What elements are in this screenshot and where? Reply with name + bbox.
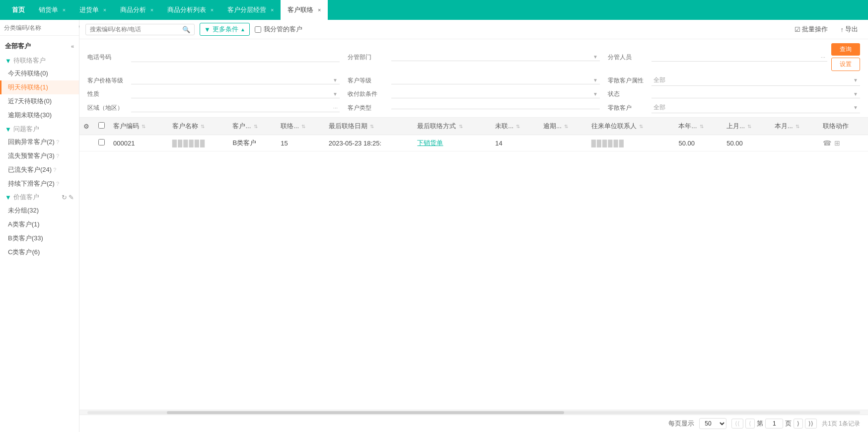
gender-select[interactable]: ▼ (131, 90, 340, 98)
contact-action-icon[interactable]: ☎ (823, 139, 831, 147)
sort-last-method-icon[interactable]: ⇅ (459, 124, 463, 129)
help-icon-0[interactable]: ? (56, 139, 59, 145)
last-page-button[interactable]: ⟩⟩ (805, 419, 817, 429)
sort-this-month-icon[interactable]: ⇅ (796, 124, 799, 129)
th-checkbox (94, 118, 109, 135)
table-row: 000021 ██████ B类客户 15 2023-05-23 18:25: (79, 135, 868, 151)
sidebar-item-churned[interactable]: 已流失客户(24) ? (0, 163, 79, 177)
customer-level-arrow-icon: ▼ (593, 77, 598, 83)
sort-uncontacted-icon[interactable]: ⇅ (516, 124, 520, 129)
sidebar-item-b-class[interactable]: B类客户(33) (0, 231, 79, 245)
nav-customer-contact[interactable]: 客户联络 × (281, 0, 328, 20)
td-overdue (539, 135, 587, 151)
close-purchase-order-icon[interactable]: × (103, 7, 106, 13)
sort-this-year-icon[interactable]: ⇅ (700, 124, 704, 129)
query-button[interactable]: 查询 (831, 43, 860, 56)
td-type: B类客户 (228, 135, 277, 151)
retail-customer-label: 零散客户 (608, 104, 648, 112)
customer-type-select[interactable] (391, 107, 600, 109)
search-input[interactable] (90, 26, 182, 33)
phone-label: 电话号码 (87, 53, 127, 62)
sidebar-item-overdue-pending[interactable]: 逾期未联络(30) (0, 108, 79, 122)
nav-home[interactable]: 首页 (5, 0, 32, 20)
table-select-all-checkbox[interactable] (98, 122, 105, 129)
sidebar-item-a-class[interactable]: A类客户(1) (0, 217, 79, 231)
first-page-button[interactable]: ⟨⟨ (731, 419, 743, 429)
sidebar-item-7days-pending[interactable]: 近7天待联络(0) (0, 94, 79, 108)
sort-unit-contact-icon[interactable]: ⇅ (639, 124, 643, 129)
nav-product-analysis[interactable]: 商品分析 × (113, 0, 160, 20)
help-icon-1[interactable]: ? (56, 153, 59, 159)
row-checkbox[interactable] (98, 139, 105, 145)
next-page-button[interactable]: ⟩ (794, 419, 803, 429)
collapse-icon[interactable]: « (71, 43, 74, 49)
close-customer-contact-icon[interactable]: × (318, 7, 321, 13)
bottom-scrollbar[interactable] (79, 410, 868, 415)
refresh-icon[interactable]: ↻ (62, 194, 67, 201)
more-action-icon[interactable]: ⊞ (834, 139, 840, 147)
close-sales-order-icon[interactable]: × (63, 7, 66, 13)
person-dots-icon[interactable]: ··· (821, 54, 825, 60)
value-section-title[interactable]: ▼ 价值客户 ↻ ✎ (0, 191, 79, 204)
sidebar-item-abnormal-repurchase[interactable]: 回购异常客户(2) ? (0, 135, 79, 149)
my-customers-label: 我分管的客户 (264, 25, 302, 34)
edit-icon[interactable]: ✎ (69, 194, 74, 201)
area-dots-icon[interactable]: ··· (333, 105, 338, 111)
nav-purchase-order[interactable]: 进货单 × (72, 0, 113, 20)
phone-input[interactable] (131, 53, 340, 62)
sidebar-search-input[interactable] (4, 24, 78, 31)
search-bar-icon[interactable]: 🔍 (182, 26, 190, 33)
sort-type-icon[interactable]: ⇅ (254, 124, 258, 129)
sort-code-icon[interactable]: ⇅ (142, 124, 145, 129)
sidebar-item-churn-warning[interactable]: 流失预警客户(3) ? (0, 149, 79, 163)
table-wrap: ⚙ 客户编码 ⇅ 客户名称 ⇅ (79, 118, 868, 410)
sort-contacts-icon[interactable]: ⇅ (301, 124, 305, 129)
sort-last-date-icon[interactable]: ⇅ (370, 124, 374, 129)
export-button[interactable]: ↑ 导出 (837, 23, 863, 35)
filter-status-row: 状态 ▼ (608, 90, 860, 98)
filter-price-level-row: 客户价格等级 ▼ (87, 75, 340, 86)
gear-icon[interactable]: ⚙ (83, 123, 89, 130)
payment-select[interactable]: ▼ (391, 90, 600, 98)
sort-overdue-icon[interactable]: ⇅ (564, 124, 568, 129)
retail-attr-select[interactable]: 全部 ▼ (651, 75, 860, 86)
close-customer-segmentation-icon[interactable]: × (271, 7, 274, 13)
help-icon-3[interactable]: ? (56, 181, 59, 187)
last-contact-method-link[interactable]: 下销货单 (417, 139, 443, 146)
sidebar-item-c-class[interactable]: C类客户(6) (0, 245, 79, 259)
close-product-analysis-icon[interactable]: × (150, 7, 153, 13)
filter-area-row: 区域（地区） ··· (87, 102, 340, 113)
person-select[interactable]: ··· (651, 53, 827, 62)
settings-button[interactable]: 设置 (831, 58, 860, 71)
nav-product-analysis-list[interactable]: 商品分析列表 × (160, 0, 220, 20)
sidebar-item-today-pending[interactable]: 今天待联络(0) (0, 67, 79, 80)
unit-contact-blurred: ██████ (591, 140, 625, 147)
close-product-analysis-list-icon[interactable]: × (211, 7, 214, 13)
all-customers-header[interactable]: 全部客户 « (0, 39, 79, 54)
sidebar-item-tomorrow-pending[interactable]: 明天待联络(1) (0, 80, 79, 94)
more-filters-button[interactable]: ▼ 更多条件 ▲ (200, 23, 250, 36)
sidebar-item-ungrouped[interactable]: 未分组(32) (0, 204, 79, 217)
page-number-input[interactable] (765, 419, 783, 429)
my-customers-checkbox[interactable] (255, 26, 261, 33)
retail-customer-select[interactable]: 全部 ▼ (651, 102, 860, 113)
dept-select[interactable]: ▼ (391, 53, 600, 61)
page-label: 第 (757, 419, 763, 428)
nav-sales-order[interactable]: 销货单 × (32, 0, 72, 20)
checkbox-icon: ☑ (795, 26, 800, 33)
batch-operation-button[interactable]: ☑ 批量操作 (791, 23, 832, 35)
sort-name-icon[interactable]: ⇅ (201, 124, 205, 129)
per-page-select[interactable]: 50 100 (699, 418, 726, 429)
sidebar-item-declining[interactable]: 持续下滑客户(2) ? (0, 177, 79, 191)
customer-level-select[interactable]: ▼ (391, 76, 600, 84)
retail-attr-label: 零散客户属性 (608, 76, 648, 85)
td-contacts: 15 (277, 135, 325, 151)
price-level-select[interactable]: ▼ (131, 76, 340, 84)
status-label: 状态 (608, 90, 648, 98)
nav-customer-segmentation[interactable]: 客户分层经营 × (220, 0, 281, 20)
help-icon-2[interactable]: ? (53, 167, 56, 173)
status-select[interactable]: ▼ (651, 90, 860, 98)
sort-last-month-icon[interactable]: ⇅ (747, 124, 751, 129)
prev-page-button[interactable]: ⟨ (745, 419, 755, 429)
area-select[interactable]: ··· (131, 104, 340, 112)
